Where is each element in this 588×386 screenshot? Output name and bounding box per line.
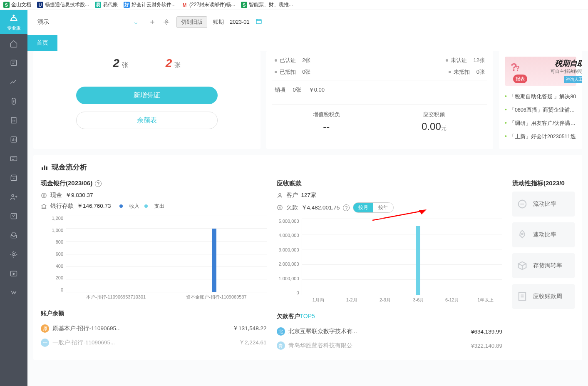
- tab-home[interactable]: 首页: [27, 35, 57, 51]
- svg-rect-10: [256, 19, 261, 24]
- nav-inbox-icon[interactable]: [0, 226, 27, 245]
- old-version-button[interactable]: 切到旧版: [176, 16, 207, 28]
- bookmark-item[interactable]: 好好会计云财务软件...: [124, 1, 176, 8]
- receivable-chart: 5,000,0004,000,0003,000,0002,000,0001,00…: [277, 219, 503, 306]
- news-item[interactable]: 「0606直播」商贸企业辅助核: [505, 103, 576, 117]
- rocket-icon: [516, 229, 528, 241]
- debt-icon: [277, 204, 283, 211]
- owe-amount: ￥4,482,001.75: [301, 204, 340, 212]
- customer-count: 127家: [301, 192, 317, 199]
- liquidity-panel: 流动性指标(2023/0 流动比率 速动比率 存货周转率 应收账款周: [512, 179, 575, 353]
- nav-chart-icon[interactable]: [0, 72, 27, 92]
- svg-rect-13: [46, 166, 47, 169]
- svg-rect-3: [11, 157, 17, 161]
- nav-video-icon[interactable]: [0, 264, 27, 283]
- nav-checkout-icon[interactable]: [0, 207, 27, 226]
- tabbar: 首页: [27, 34, 588, 51]
- period-value: 2023-01: [230, 19, 250, 25]
- add-icon[interactable]: [148, 18, 156, 26]
- metric-quick-ratio[interactable]: 速动比率: [512, 222, 575, 247]
- nav-money-icon[interactable]: [0, 92, 27, 111]
- ratio-icon: [516, 198, 528, 210]
- customer-row[interactable]: 青青岛华胜蓝谷科技有限公 ¥322,140.89: [277, 339, 503, 353]
- calendar-icon[interactable]: [256, 18, 262, 26]
- nav-report-icon[interactable]: [0, 130, 27, 149]
- bar-chart-icon: [41, 164, 48, 171]
- logo-text: 专业版: [7, 25, 21, 31]
- bookmark-item[interactable]: M(227封未读邮件)畅...: [181, 1, 235, 8]
- question-icon: ??: [511, 61, 520, 74]
- voucher-card: 2张 2张 新增凭证 余额表: [33, 51, 261, 149]
- svg-rect-0: [11, 60, 16, 65]
- bookmark-item[interactable]: 易易代账: [95, 1, 118, 8]
- svg-point-7: [13, 254, 15, 256]
- svg-rect-21: [519, 293, 526, 301]
- tax-due-value: 0.00: [422, 121, 441, 132]
- metric-inventory-turnover[interactable]: 存货周转率: [512, 253, 575, 278]
- section-title: 现金流分析: [52, 162, 87, 172]
- period-toggle: 按月 按年: [353, 202, 394, 213]
- bookmarks-bar: S金山文档 U畅捷通信息技术股... 易易代账 好好会计云财务软件... M(2…: [0, 0, 588, 10]
- nav-archive-icon[interactable]: [0, 168, 27, 187]
- bookmark-item[interactable]: U畅捷通信息技术股...: [37, 1, 89, 8]
- receivable-panel: 应收账款 客户127家 欠款￥4,482,001.75 ? 按月 按年: [277, 179, 503, 353]
- nav-salary-icon[interactable]: [0, 187, 27, 207]
- cashflow-section: 现金流分析 现金银行(2023/06)? 现金￥9,830.37 银行存款￥14…: [33, 155, 582, 360]
- nav-fixed-icon[interactable]: [0, 149, 27, 168]
- svg-point-9: [166, 21, 167, 23]
- chevron-down-icon: ⌵: [134, 19, 137, 25]
- tax-card: 已认证 2张 未认证 12张 已抵扣 0张 未抵扣 0张 销项0张￥0.00 增…: [266, 51, 494, 149]
- cash-bank-panel: 现金银行(2023/06)? 现金￥9,830.37 银行存款￥146,760.…: [41, 179, 267, 353]
- user-icon: [277, 192, 283, 199]
- news-item[interactable]: 「调研」用友客户/伙伴满意度: [505, 117, 576, 130]
- bookmark-item[interactable]: S金山文档: [3, 1, 31, 8]
- gear-icon[interactable]: [162, 18, 171, 26]
- news-item[interactable]: 「上新」好会计20230511迭: [505, 130, 576, 143]
- nav-vip-icon[interactable]: [0, 283, 27, 302]
- bank-amount: ￥146,760.73: [77, 202, 111, 210]
- sidebar: 专业版: [0, 10, 27, 386]
- bank-icon: [41, 203, 47, 209]
- voucher-right-count: 2: [166, 57, 172, 70]
- vat-value: --: [313, 121, 340, 132]
- svg-point-20: [521, 233, 523, 235]
- account-row[interactable]: 原原基本户-招行-11090695... ￥131,548.22: [41, 321, 267, 336]
- logo[interactable]: 专业版: [0, 10, 27, 34]
- cash-chart: 1,2001,0008006004002000 本户-招行-1109069537…: [41, 216, 267, 303]
- customer-row[interactable]: 北北京互帮联众数字技术有... ¥634,139.99: [277, 324, 503, 339]
- bookmark-item[interactable]: S智能票、财、税推...: [241, 1, 293, 8]
- toggle-month[interactable]: 按月: [353, 203, 373, 212]
- nav-settings-icon[interactable]: [0, 245, 27, 264]
- news-card: ?? 税期自助 可自主解决税期 80% 报表 咨询人工客 「税期自助化答疑 」解…: [499, 51, 582, 149]
- period-label: 账期: [213, 18, 224, 26]
- box-icon: [516, 260, 528, 271]
- nav-home-icon[interactable]: [0, 34, 27, 53]
- account-balance-title: 账户余额: [41, 310, 267, 317]
- company-select[interactable]: 演示 ⌵: [33, 15, 142, 29]
- svg-rect-11: [42, 167, 43, 170]
- svg-rect-12: [44, 165, 45, 170]
- svg-rect-1: [11, 117, 16, 123]
- new-voucher-button[interactable]: 新增凭证: [76, 87, 218, 104]
- metric-current-ratio[interactable]: 流动比率: [512, 192, 575, 217]
- help-icon[interactable]: ?: [95, 180, 102, 187]
- toggle-year[interactable]: 按年: [373, 203, 393, 212]
- cash-amount: ￥9,830.37: [65, 192, 93, 199]
- account-row[interactable]: 一一般户-招行-11090695... ￥2,224.61: [41, 336, 267, 350]
- topbar: 演示 ⌵ 切到旧版 账期 2023-01: [27, 10, 588, 34]
- chart-bar[interactable]: [212, 229, 216, 292]
- news-banner[interactable]: ?? 税期自助 可自主解决税期 80% 报表 咨询人工客: [505, 57, 576, 86]
- balance-sheet-button[interactable]: 余额表: [76, 112, 218, 129]
- nav-voucher-icon[interactable]: [0, 53, 27, 72]
- nav-company-icon[interactable]: [0, 111, 27, 130]
- chart-bar[interactable]: [416, 226, 420, 295]
- news-item[interactable]: 「税期自助化答疑 」解决80: [505, 90, 576, 103]
- metric-receivable-turnover[interactable]: 应收账款周: [512, 284, 575, 309]
- svg-point-15: [279, 193, 281, 195]
- receipt-icon: [516, 291, 528, 302]
- yen-icon: [41, 192, 47, 199]
- help-icon[interactable]: ?: [343, 204, 350, 211]
- svg-point-5: [12, 194, 14, 197]
- voucher-left-count: 2: [113, 57, 119, 70]
